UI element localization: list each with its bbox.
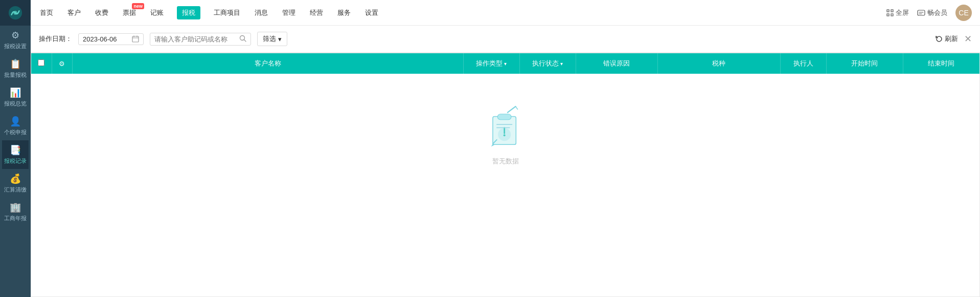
gongshang-nianbao-label: 工商年报 — [4, 215, 27, 222]
sidebar-item-geshuishenbao[interactable]: 👤个税申报 — [2, 112, 29, 140]
sidebar-item-baoshui-shezhi[interactable]: ⚙报税设置 — [2, 26, 29, 54]
baoshui-jilu-label: 报税记录 — [4, 157, 27, 165]
member-button[interactable]: 畅会员 — [917, 8, 947, 17]
sidebar-item-gongshang-nianbao[interactable]: 🏢工商年报 — [2, 198, 29, 226]
refresh-label: 刷新 — [945, 34, 958, 44]
sort-icon-exec-status: ▾ — [560, 61, 563, 67]
topnav-item-shoufei[interactable]: 收费 — [94, 6, 109, 19]
sort-icon-op-type: ▾ — [504, 61, 507, 67]
th-end-time: 结束时间 — [903, 53, 979, 74]
topnav-item-baoshui[interactable]: 报税 — [177, 6, 200, 19]
baoshui-shezhi-label: 报税设置 — [4, 43, 27, 50]
data-table: ⚙ 客户名称 操作类型▾ 执行状态▾ 错误原因 税种 执行人 开始时间 结束时间 — [31, 53, 979, 197]
sidebar: ⚙报税设置📋批量报税📊报税总览👤个税申报📑报税记录💰汇算清缴🏢工商年报 — [0, 0, 31, 297]
refresh-icon — [936, 35, 943, 43]
topnav-item-guanli[interactable]: 管理 — [281, 6, 297, 19]
th-start-time: 开始时间 — [826, 53, 903, 74]
topnav-item-piao[interactable]: 票据new — [122, 6, 137, 19]
badge-new-piao: new — [132, 3, 144, 9]
fullscreen-button[interactable]: 全屏 — [886, 8, 909, 17]
table-header-row: ⚙ 客户名称 操作类型▾ 执行状态▾ 错误原因 税种 执行人 开始时间 结束时间 — [31, 53, 979, 74]
date-input-wrap[interactable] — [78, 33, 144, 45]
topnav-item-customer[interactable]: 客户 — [66, 6, 82, 19]
toolbar: 操作日期： 筛选 ▾ — [31, 26, 980, 53]
topnav-item-xiaoxi[interactable]: 消息 — [254, 6, 269, 19]
main-area: 首页客户收费票据new记账报税工商项目消息管理经营服务设置 全屏 畅会员 CE — [31, 0, 980, 297]
svg-rect-3 — [891, 10, 893, 12]
select-all-checkbox[interactable] — [38, 59, 44, 66]
member-label: 畅会员 — [927, 8, 947, 17]
topnav-item-shezhi[interactable]: 设置 — [364, 6, 379, 19]
svg-rect-7 — [132, 36, 139, 42]
date-label: 操作日期： — [39, 34, 72, 44]
svg-point-14 — [503, 134, 505, 136]
empty-state: 暂无数据 — [31, 74, 979, 197]
th-checkbox — [31, 53, 52, 74]
sidebar-item-baoshui-jilu[interactable]: 📑报税记录 — [2, 140, 29, 169]
topnav-item-fuwu[interactable]: 服务 — [336, 6, 352, 19]
baoshui-jilu-icon: 📑 — [10, 144, 21, 156]
sidebar-item-huisuan-jiaona[interactable]: 💰汇算清缴 — [2, 169, 29, 198]
filter-button[interactable]: 筛选 ▾ — [257, 32, 287, 46]
geshuishenbao-icon: 👤 — [10, 116, 21, 127]
topnav-item-gongshang[interactable]: 工商项目 — [213, 6, 241, 19]
svg-line-10 — [515, 107, 517, 109]
svg-line-9 — [507, 107, 515, 113]
svg-rect-4 — [887, 14, 889, 16]
topnav-item-jingying[interactable]: 经营 — [309, 6, 324, 19]
empty-text: 暂无数据 — [492, 157, 519, 166]
empty-illustration — [485, 104, 526, 151]
th-op-type: 操作类型▾ — [463, 53, 519, 74]
refresh-button[interactable]: 刷新 — [936, 34, 958, 44]
topnav: 首页客户收费票据new记账报税工商项目消息管理经营服务设置 全屏 畅会员 CE — [31, 0, 980, 26]
svg-point-1 — [13, 11, 17, 15]
baoshui-shezhi-icon: ⚙ — [11, 30, 19, 41]
empty-row: 暂无数据 — [31, 74, 979, 197]
date-input[interactable] — [83, 35, 129, 43]
topnav-right: 全屏 畅会员 CE — [886, 5, 972, 21]
search-input[interactable] — [154, 35, 236, 43]
toolbar-right: 刷新 ✕ — [936, 33, 972, 45]
close-button[interactable]: ✕ — [964, 33, 972, 45]
topnav-item-home[interactable]: 首页 — [39, 6, 54, 19]
th-executor: 执行人 — [780, 53, 826, 74]
search-wrap — [150, 33, 251, 46]
gongshang-nianbao-icon: 🏢 — [10, 202, 21, 213]
table-wrap: ⚙ 客户名称 操作类型▾ 执行状态▾ 错误原因 税种 执行人 开始时间 结束时间 — [31, 53, 980, 297]
filter-label: 筛选 — [263, 34, 276, 44]
svg-rect-2 — [887, 10, 889, 12]
baoshui-zonglang-label: 报税总览 — [4, 100, 27, 108]
svg-rect-5 — [891, 14, 893, 16]
svg-rect-6 — [918, 10, 925, 15]
svg-rect-12 — [497, 114, 511, 120]
th-exec-status: 执行状态▾ — [519, 53, 576, 74]
piliang-baoshui-label: 批量报税 — [4, 71, 27, 79]
topnav-item-jizhang[interactable]: 记账 — [149, 6, 165, 19]
huisuan-jiaona-icon: 💰 — [10, 173, 21, 184]
sidebar-item-baoshui-zonglang[interactable]: 📊报税总览 — [2, 83, 29, 112]
sidebar-item-piliang-baoshui[interactable]: 📋批量报税 — [2, 54, 29, 83]
th-error-reason: 错误原因 — [576, 53, 657, 74]
baoshui-zonglang-icon: 📊 — [10, 87, 21, 98]
geshuishenbao-label: 个税申报 — [4, 129, 27, 136]
sidebar-logo — [0, 0, 31, 26]
avatar[interactable]: CE — [955, 5, 972, 21]
fullscreen-label: 全屏 — [896, 8, 909, 17]
piliang-baoshui-icon: 📋 — [10, 58, 21, 70]
th-settings[interactable]: ⚙ — [52, 53, 72, 74]
huisuan-jiaona-label: 汇算清缴 — [4, 186, 27, 194]
calendar-icon — [132, 35, 139, 43]
th-tax-type: 税种 — [657, 53, 780, 74]
search-icon[interactable] — [239, 35, 246, 44]
content: 操作日期： 筛选 ▾ — [31, 26, 980, 297]
chevron-down-icon: ▾ — [278, 35, 282, 43]
th-client-name: 客户名称 — [72, 53, 463, 74]
